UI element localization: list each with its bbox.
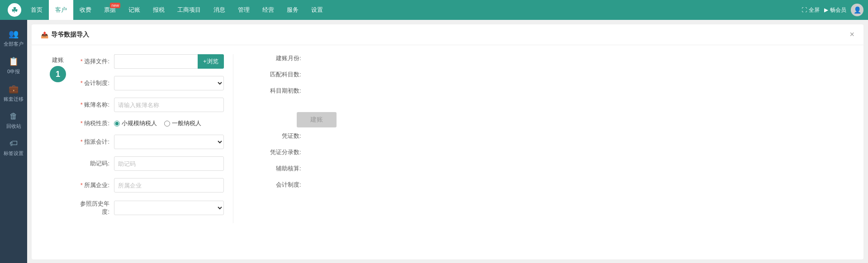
nav-right: ⛶ 全屏 ▶ 畅会员 👤 <box>802 4 863 16</box>
nav-item-tax[interactable]: 报税 <box>147 0 171 20</box>
radio-general[interactable]: 一般纳税人 <box>164 119 201 127</box>
layout: 👥 全部客户 📋 0申报 💼 账套迁移 🗑 回收站 🏷 标签设置 📤 导爷 <box>0 20 868 263</box>
nav-item-message[interactable]: 消息 <box>207 0 232 20</box>
sidebar-item-tags[interactable]: 🏷 标签设置 <box>0 134 27 161</box>
info-row-auxiliary: 辅助核算: <box>261 164 845 173</box>
info-label-entries: 凭证分录数: <box>261 148 301 156</box>
nav-item-manage[interactable]: 管理 <box>232 0 256 20</box>
migration-icon: 💼 <box>9 84 19 94</box>
ledger-name-input[interactable] <box>114 98 224 112</box>
info-label-system2: 会计制度: <box>261 181 301 189</box>
tags-icon: 🏷 <box>9 139 18 148</box>
sidebar-item-migration[interactable]: 💼 账套迁移 <box>0 80 27 107</box>
import-icon: 📤 <box>41 31 48 38</box>
divider <box>233 54 233 223</box>
accountant-select[interactable] <box>114 135 224 149</box>
info-section: 建账月份: 匹配科目数: 科目期初数: 建账 <box>242 54 845 223</box>
avatar[interactable]: 👤 <box>851 4 863 16</box>
info-row-entries: 凭证分录数: <box>261 148 845 156</box>
jianzhang-btn-area: 建账 <box>261 103 845 127</box>
label-accountant: * 指派会计: <box>73 138 109 146</box>
label-tax: * 纳税性质: <box>73 119 109 127</box>
nav-item-home[interactable]: 首页 <box>24 0 49 20</box>
sidebar: 👥 全部客户 📋 0申报 💼 账套迁移 🗑 回收站 🏷 标签设置 <box>0 20 27 263</box>
form-row-accounting-system: * 会计制度: <box>73 76 224 90</box>
form-row-year: 参照历史年度: <box>73 200 224 216</box>
nav-item-service[interactable]: 服务 <box>280 0 305 20</box>
tax-radio-group: 小规模纳税人 一般纳税人 <box>114 119 224 127</box>
form-row-memo: 助记码: <box>73 156 224 171</box>
badge-new: new <box>110 3 120 8</box>
nav-item-business[interactable]: 工商项目 <box>171 0 207 20</box>
declaration-icon: 📋 <box>9 56 19 66</box>
info-row-system2: 会计制度: <box>261 181 845 189</box>
label-accounting-system: * 会计制度: <box>73 79 109 87</box>
file-input-group: +浏览 <box>114 54 224 69</box>
nav-item-bookkeeping[interactable]: 记账 <box>122 0 147 20</box>
label-company: * 所属企业: <box>73 181 109 189</box>
radio-small-scale-input[interactable] <box>114 121 120 127</box>
radio-general-input[interactable] <box>164 121 170 127</box>
label-ledger: * 账簿名称: <box>73 101 109 109</box>
close-button[interactable]: × <box>849 30 854 39</box>
step-circle: 1 <box>50 66 66 82</box>
radio-small-scale[interactable]: 小规模纳税人 <box>114 119 157 127</box>
info-label-auxiliary: 辅助核算: <box>261 164 301 173</box>
file-input[interactable] <box>114 54 198 69</box>
main-content: 📤 导爷数据导入 × 建账 1 <box>27 20 868 263</box>
top-nav: ☘ 首页 客户 收费 票据 new 记账 报税 工商项目 消息 管理 经营 服务… <box>0 0 868 20</box>
info-label-match: 匹配科目数: <box>261 70 301 79</box>
logo-area[interactable]: ☘ <box>5 0 24 20</box>
panel-title: 📤 导爷数据导入 <box>41 31 89 39</box>
step-label: 建账 <box>52 56 64 64</box>
info-row-voucher: 凭证数: <box>261 132 845 140</box>
sidebar-item-recycle[interactable]: 🗑 回收站 <box>0 107 27 134</box>
label-file: * 选择文件: <box>73 57 109 66</box>
nav-item-fees[interactable]: 收费 <box>73 0 98 20</box>
info-label-month: 建账月份: <box>261 54 301 62</box>
info-row-initial: 科目期初数: <box>261 87 845 95</box>
label-memo: 助记码: <box>73 160 109 168</box>
panel-body: 建账 1 * 选择文件: <box>32 45 863 232</box>
jianzhang-button[interactable]: 建账 <box>297 112 337 127</box>
form-row-company: * 所属企业: <box>73 178 224 193</box>
customers-icon: 👥 <box>9 29 19 39</box>
form-row-tax: * 纳税性质: 小规模纳税人 一般纳税人 <box>73 119 224 127</box>
vip-icon: ▶ <box>824 7 828 13</box>
fullscreen-btn[interactable]: ⛶ 全屏 <box>802 6 820 14</box>
sidebar-item-all-customers[interactable]: 👥 全部客户 <box>0 24 27 52</box>
sidebar-item-declaration[interactable]: 📋 0申报 <box>0 52 27 80</box>
reference-year-select[interactable] <box>114 201 224 215</box>
info-label-initial: 科目期初数: <box>261 87 301 95</box>
info-row-match: 匹配科目数: <box>261 70 845 79</box>
accounting-system-select[interactable] <box>114 76 224 90</box>
company-input[interactable] <box>114 178 224 193</box>
nav-item-settings[interactable]: 设置 <box>305 0 329 20</box>
nav-item-invoice[interactable]: 票据 new <box>98 0 122 20</box>
info-row-month: 建账月份: <box>261 54 845 62</box>
panel-header: 📤 导爷数据导入 × <box>32 24 863 45</box>
form-row-accountant: * 指派会计: <box>73 135 224 149</box>
nav-item-customer[interactable]: 客户 <box>49 0 73 20</box>
panel: 📤 导爷数据导入 × 建账 1 <box>32 24 863 259</box>
logo-icon: ☘ <box>8 3 21 17</box>
form-row-ledger: * 账簿名称: <box>73 98 224 112</box>
label-year: 参照历史年度: <box>73 200 109 216</box>
recycle-icon: 🗑 <box>9 112 18 121</box>
info-label-voucher: 凭证数: <box>261 132 301 140</box>
form-row-file: * 选择文件: +浏览 <box>73 54 224 69</box>
fullscreen-icon: ⛶ <box>802 7 807 13</box>
nav-item-operation[interactable]: 经营 <box>256 0 280 20</box>
vip-btn[interactable]: ▶ 畅会员 <box>824 6 846 14</box>
memo-code-input[interactable] <box>114 156 224 171</box>
browse-button[interactable]: +浏览 <box>198 54 224 69</box>
form-rows: * 选择文件: +浏览 * 会计制度: <box>73 54 224 223</box>
